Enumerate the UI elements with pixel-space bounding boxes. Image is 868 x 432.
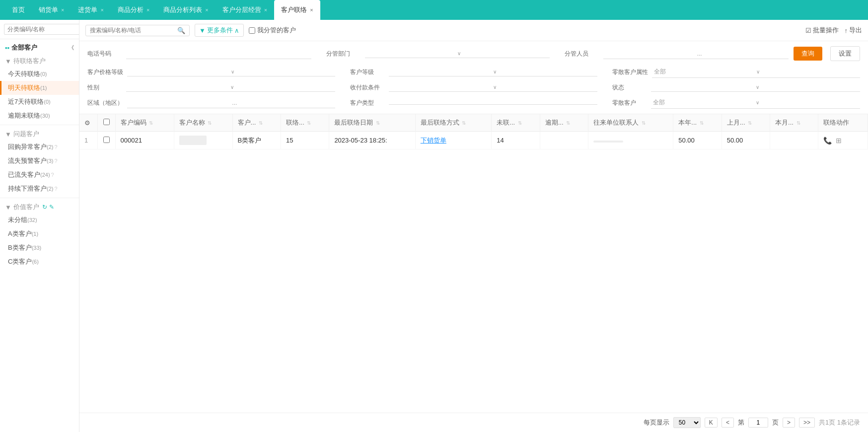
col-this-month[interactable]: 本月... ⇅: [770, 114, 818, 132]
close-icon[interactable]: ×: [61, 7, 64, 13]
sidebar-search-input[interactable]: [4, 24, 79, 35]
close-icon[interactable]: ×: [310, 7, 313, 13]
call-icon[interactable]: 📞: [823, 137, 832, 144]
bulk-op-btn[interactable]: ☑ 批量操作: [805, 26, 839, 35]
nav-item-3[interactable]: 商品分析列表 ×: [156, 0, 215, 20]
info-icon: ?: [51, 172, 54, 178]
region-select[interactable]: ...: [127, 98, 335, 108]
nav-home[interactable]: 首页: [5, 0, 32, 20]
manager-select[interactable]: ...: [603, 49, 789, 59]
sidebar-item-c-class[interactable]: C类客户 (6): [0, 255, 79, 269]
filter-search-icon[interactable]: 🔍: [177, 27, 185, 34]
col-type[interactable]: 客户... ⇅: [232, 114, 281, 132]
col-code[interactable]: 客户编码 ⇅: [115, 114, 174, 132]
nav-item-4[interactable]: 客户分层经营 ×: [216, 0, 274, 20]
filter-search-input[interactable]: [90, 27, 174, 34]
col-overdue[interactable]: 逾期... ⇅: [540, 114, 588, 132]
close-icon[interactable]: ×: [264, 7, 267, 13]
col-unreached[interactable]: 未联... ⇅: [492, 114, 540, 132]
my-customers-check[interactable]: [249, 27, 255, 34]
sidebar-item-today[interactable]: 今天待联络 (0): [0, 67, 79, 81]
row-index: 1: [79, 132, 97, 149]
chevron-down-icon: ∨: [756, 100, 858, 105]
my-customers-checkbox[interactable]: 我分管的客户: [249, 26, 296, 35]
first-page-btn[interactable]: K: [705, 418, 718, 428]
sidebar-item-repurchase[interactable]: 回购异常客户 (2) ?: [0, 140, 79, 154]
page-input[interactable]: [748, 418, 768, 428]
dept-select[interactable]: ∨: [365, 49, 550, 58]
sidebar-item-ungrouped[interactable]: 未分组 (32): [0, 213, 79, 227]
filter-row-4: 区域（地区） ... 客户类型 零散客户 全部 ∨: [87, 97, 860, 109]
nav-item-5[interactable]: 客户联络 ×: [274, 0, 320, 20]
filter-field-region: 区域（地区） ...: [87, 98, 335, 108]
sort-icon: ⇅: [642, 120, 646, 126]
sidebar-all-customers[interactable]: ▪▪ 全部客户 《: [0, 39, 79, 54]
row-last-method[interactable]: 下销货单: [415, 132, 491, 149]
level-select[interactable]: ∨: [389, 68, 598, 76]
col-last-date[interactable]: 最后联络日期 ⇅: [329, 114, 415, 132]
col-unit-contact[interactable]: 往来单位联系人 ⇅: [588, 114, 673, 132]
advanced-filter: 电话号码 分管部门 ∨ 分管人员 ... 查: [79, 41, 868, 114]
sidebar-item-b-class[interactable]: B类客户 (33): [0, 241, 79, 255]
nav-item-2[interactable]: 商品分析 ×: [111, 0, 156, 20]
row-checkbox[interactable]: [103, 137, 110, 143]
chevron-down-icon: ∨: [493, 84, 595, 90]
sidebar-problem-group: ▼ 问题客户: [0, 127, 79, 140]
chevron-up-icon: ∧: [234, 27, 239, 34]
row-overdue: [540, 132, 588, 149]
chevron-down-icon: ∨: [457, 51, 548, 56]
more-icon[interactable]: ...: [232, 99, 333, 106]
close-icon[interactable]: ×: [146, 7, 149, 13]
close-icon[interactable]: ×: [205, 7, 208, 13]
grid-icon[interactable]: ⊞: [836, 137, 842, 144]
customer-type-select[interactable]: [389, 101, 598, 105]
sidebar-item-7days[interactable]: 近7天待联络 (0): [0, 95, 79, 109]
select-all-checkbox[interactable]: [103, 119, 110, 125]
sidebar-item-declining[interactable]: 持续下滑客户 (2) ?: [0, 182, 79, 196]
last-page-btn[interactable]: >>: [799, 418, 815, 428]
chevron-down-icon: ∨: [756, 84, 858, 90]
col-gear[interactable]: ⚙: [79, 114, 97, 132]
sidebar-item-a-class[interactable]: A类客户 (1): [0, 227, 79, 241]
col-last-month[interactable]: 上月... ⇅: [722, 114, 770, 132]
phone-input[interactable]: [126, 49, 311, 59]
col-name[interactable]: 客户名称 ⇅: [174, 114, 232, 132]
filter-field-status: 状态 ∨: [612, 83, 860, 92]
filter-field-level: 客户等级 ∨: [350, 68, 598, 76]
gender-select[interactable]: ∨: [126, 83, 335, 92]
price-level-select[interactable]: ∨: [127, 68, 335, 76]
row-this-year: 50.00: [673, 132, 722, 149]
col-this-year[interactable]: 本年... ⇅: [673, 114, 722, 132]
refresh-icon[interactable]: ↻: [42, 204, 47, 211]
more-conditions-btn[interactable]: ▼ 更多条件 ∧: [195, 24, 244, 37]
retail-attr-select[interactable]: 全部 ∨: [652, 66, 860, 78]
reset-btn[interactable]: 设置: [830, 46, 860, 61]
payment-select[interactable]: ∨: [389, 83, 598, 92]
page-size-select[interactable]: 50 20 100: [673, 417, 701, 428]
retail-customer-select[interactable]: 全部 ∨: [651, 97, 860, 109]
sort-icon: ⇅: [566, 120, 570, 126]
sidebar-item-churned[interactable]: 已流失客户 (24) ?: [0, 168, 79, 182]
prev-page-btn[interactable]: <: [722, 418, 734, 428]
status-select[interactable]: ∨: [651, 83, 860, 92]
sidebar-item-churn-warning[interactable]: 流失预警客户 (3) ?: [0, 154, 79, 168]
nav-item-0[interactable]: 销货单 ×: [32, 0, 71, 20]
close-icon[interactable]: ×: [100, 7, 103, 13]
nav-item-1[interactable]: 进货单 ×: [71, 0, 110, 20]
col-checkbox[interactable]: [97, 114, 115, 132]
export-btn[interactable]: ↑ 导出: [845, 26, 863, 35]
col-last-method[interactable]: 最后联络方式 ⇅: [415, 114, 491, 132]
row-checkbox-cell[interactable]: [97, 132, 115, 149]
more-icon[interactable]: ...: [697, 50, 787, 57]
edit-icon[interactable]: ✎: [49, 204, 54, 211]
sidebar-item-overdue[interactable]: 逾期未联络 (30): [0, 109, 79, 123]
sidebar-item-tomorrow[interactable]: 明天待联络 (1): [0, 81, 79, 95]
content-area: 🔍 ▼ 更多条件 ∧ 我分管的客户 ☑ 批量操作 ↑ 导出: [79, 20, 868, 432]
filter-field-customer-type: 客户类型: [350, 99, 598, 107]
col-contact[interactable]: 联络... ⇅: [281, 114, 329, 132]
query-btn[interactable]: 查询: [794, 47, 822, 61]
sidebar-pending-group: ▼ 待联络客户: [0, 54, 79, 67]
next-page-btn[interactable]: >: [783, 418, 795, 428]
page-suffix: 页: [772, 418, 779, 427]
chevron-down-icon: ∨: [231, 69, 333, 74]
